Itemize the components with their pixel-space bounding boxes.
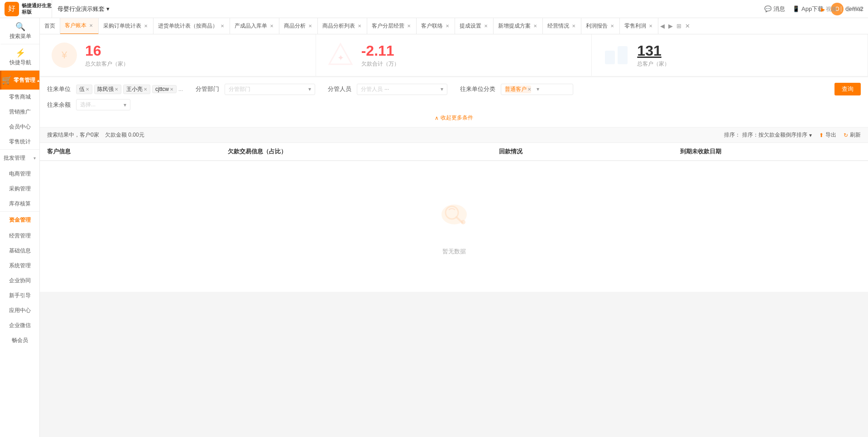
unit-type-select[interactable]: 普通客户 ✕ ▾ [501, 84, 573, 95]
tab-operation[interactable]: 经营情况 ✕ [543, 18, 581, 34]
tabs-bar: 首页 客户账本 ✕ 采购订单统计表 ✕ 进货单统计表（按商品） ✕ 产成品入库单… [40, 18, 868, 34]
sidebar-item-marketing[interactable]: 营销推广 [0, 104, 39, 119]
balance-select[interactable]: 选择... ▾ [76, 99, 130, 110]
svg-text:¥: ¥ [61, 49, 67, 61]
sidebar-search[interactable]: 🔍 搜索菜单 [0, 18, 39, 44]
tab-product-instock[interactable]: 产成品入库单 ✕ [230, 18, 279, 34]
collapse-icon: ∧ [435, 115, 439, 121]
sidebar-item-guide[interactable]: 新手引导 [0, 288, 39, 303]
tab-close-icon[interactable]: ✕ [143, 23, 149, 29]
tab-close-icon[interactable]: ✕ [445, 23, 450, 29]
tab-close-icon[interactable]: ✕ [269, 23, 274, 29]
tab-close-icon[interactable]: ✕ [571, 23, 576, 29]
table-header-col2: 欠款交易信息（占比） [228, 147, 499, 156]
tag-wang: 王小亮 ✕ [123, 85, 150, 94]
tab-purchase-by-product[interactable]: 进货单统计表（按商品） ✕ [153, 18, 230, 34]
tab-product-analysis[interactable]: 商品分析 ✕ [279, 18, 318, 34]
app-download-btn[interactable]: 📱 App下载 [792, 5, 824, 13]
tab-retail-profit[interactable]: 零售利润 ✕ [620, 18, 658, 34]
tab-purchase-stats[interactable]: 采购订单统计表 ✕ [99, 18, 153, 34]
unit-filter-label: 往来单位 [47, 85, 71, 93]
tab-close-icon[interactable]: ✕ [307, 23, 313, 29]
stat-info-debt: -2.11 欠款合计（万） [361, 43, 399, 68]
tab-close-icon[interactable]: ✕ [357, 23, 362, 29]
tab-profit-report[interactable]: 利润报告 ✕ [581, 18, 620, 34]
sidebar-item-ecommerce[interactable]: 电商管理 [0, 166, 39, 181]
tab-customer-contact[interactable]: 客户联络 ✕ [417, 18, 455, 34]
export-btn[interactable]: ⬆ 导出 [819, 131, 836, 139]
tag-chen-close[interactable]: ✕ [115, 87, 118, 92]
stat-value-debt: -2.11 [361, 43, 399, 59]
tabs-nav-expand[interactable]: ⊞ [675, 23, 683, 29]
tabs-nav-close-all[interactable]: ✕ [683, 23, 692, 29]
tab-close-icon[interactable]: ✕ [609, 23, 615, 29]
tag-wang-close[interactable]: ✕ [144, 87, 147, 92]
dept-select[interactable]: 分管部门 ▾ [225, 84, 315, 95]
sidebar-item-inventory[interactable]: 库存核算 [0, 196, 39, 211]
sidebar-item-retail-mgmt[interactable]: 🛒 零售管理 ▴ [0, 71, 39, 90]
unit-type-arrow-icon: ▾ [537, 86, 539, 92]
sidebar-item-enterprise[interactable]: 企业协同 [0, 273, 39, 288]
tab-product-analysis-list[interactable]: 商品分析列表 ✕ [318, 18, 367, 34]
tab-home[interactable]: 首页 [40, 18, 60, 34]
sidebar-item-app-center[interactable]: 应用中心 [0, 303, 39, 318]
logo-text: 畅捷通好生意 标版 [22, 3, 52, 14]
unit-type-label: 往来单位分类 [460, 85, 495, 93]
tab-close-icon[interactable]: ✕ [483, 23, 489, 29]
sort-select[interactable]: 排序： 排序：按欠款金额倒序排序 ▾ [724, 131, 812, 139]
tab-close-icon[interactable]: ✕ [648, 23, 653, 29]
filter-more-btn[interactable]: ... [178, 86, 183, 92]
filter-area: 往来单位 伍 ✕ 陈民强 ✕ 王小亮 [40, 77, 868, 128]
sidebar-item-basic-info[interactable]: 基础信息 [0, 243, 39, 258]
retail-icon: 🛒 [2, 75, 12, 85]
staff-filter-label: 分管人员 [328, 85, 351, 93]
filter-row-1: 往来单位 伍 ✕ 陈民强 ✕ 王小亮 [47, 83, 861, 95]
query-button[interactable]: 查询 [834, 83, 861, 95]
svg-point-9 [461, 220, 465, 224]
refresh-btn[interactable]: ↻ 刷新 [844, 131, 861, 139]
collapse-btn[interactable]: ∧ 收起更多条件 [47, 114, 861, 122]
stat-icon-customers: ¥ [51, 42, 78, 69]
tab-close-icon[interactable]: ✕ [406, 23, 412, 29]
tab-close-icon[interactable]: ✕ [532, 23, 538, 29]
tab-new-commission[interactable]: 新增提成方案 ✕ [494, 18, 543, 34]
unit-filter-tags: 伍 ✕ 陈民强 ✕ 王小亮 ✕ [76, 85, 183, 94]
sidebar-item-operation[interactable]: 经营管理 [0, 228, 39, 243]
result-actions: 排序： 排序：按欠款金额倒序排序 ▾ ⬆ 导出 ↻ 刷新 [724, 131, 861, 139]
export-icon: ⬆ [819, 132, 824, 138]
tabs-nav-left[interactable]: ◀ [658, 23, 667, 29]
sidebar-item-purchase[interactable]: 采购管理 [0, 181, 39, 196]
sidebar-item-finance[interactable]: 资金管理 [0, 211, 39, 228]
stat-icon-debt: ✦ [327, 42, 354, 69]
sidebar-quick-nav[interactable]: ⚡ 快捷导航 [0, 44, 39, 71]
tag-wu-close[interactable]: ✕ [86, 87, 89, 92]
svg-rect-5 [618, 46, 628, 64]
tabs-nav-right[interactable]: ▶ [667, 23, 675, 29]
message-btn[interactable]: 💬 消息 [764, 5, 785, 13]
industry-select[interactable]: 母婴行业演示账套 ▾ [52, 0, 115, 18]
balance-arrow-icon: ▾ [124, 102, 126, 108]
sidebar-item-system[interactable]: 系统管理 [0, 258, 39, 273]
sidebar-item-wholesale[interactable]: 批发管理 ▾ [0, 149, 39, 166]
tab-commission-setting[interactable]: 提成设置 ✕ [455, 18, 494, 34]
sidebar-item-retail-mall[interactable]: 零售商城 [0, 90, 39, 104]
page-content: ¥ 16 总欠款客户（家） ✦ [40, 34, 868, 437]
tab-close-icon[interactable]: ✕ [88, 23, 94, 28]
staff-select[interactable]: 分管人员 ··· ▾ [357, 84, 447, 95]
stat-label-customers: 总欠款客户（家） [85, 60, 129, 68]
search-icon: 🔍 [15, 22, 25, 32]
staff-more[interactable]: ··· [384, 86, 389, 92]
sidebar-item-member[interactable]: 会员中心 [0, 119, 39, 134]
tag-cjttcw-close[interactable]: ✕ [170, 87, 173, 92]
sidebar-item-retail-stats[interactable]: 零售统计 [0, 134, 39, 149]
top-bar: 好 畅捷通好生意 标版 母婴行业演示账套 ▾ 💬 消息 📱 App下载 D de… [0, 0, 868, 18]
stat-card-total: 131 总客户（家） [592, 34, 868, 76]
nav-icon: ⚡ [15, 48, 25, 58]
unit-type-close[interactable]: ✕ [528, 87, 531, 92]
tab-close-icon[interactable]: ✕ [220, 23, 225, 29]
sidebar-item-wechat[interactable]: 企业微信 [0, 318, 39, 333]
tab-customer-ledger[interactable]: 客户账本 ✕ [60, 18, 99, 34]
tab-customer-layer[interactable]: 客户分层经营 ✕ [367, 18, 417, 34]
sidebar-item-member-plus[interactable]: 畅会员 [0, 333, 39, 348]
staff-arrow-icon: ▾ [441, 86, 443, 92]
